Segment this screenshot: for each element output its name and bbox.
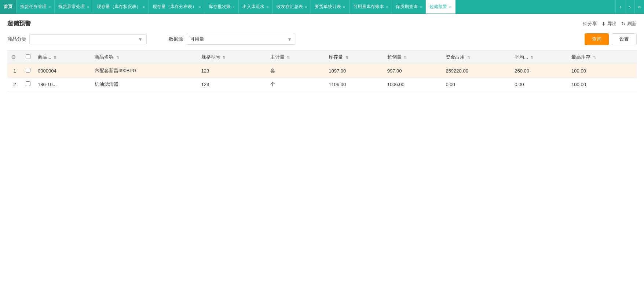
nav-arrows: ‹ › × (615, 0, 644, 14)
sort-icon-max-stock: ⇅ (593, 55, 596, 59)
datasource-filter-select[interactable]: 可用量 ▼ (186, 34, 296, 45)
export-icon: ⬇ (601, 21, 606, 27)
th-capital[interactable]: 资金占用 ⇅ (442, 51, 511, 64)
nav-item-batch[interactable]: 库存批次账 × (205, 0, 239, 14)
nav-item-quality[interactable]: 保质期查询 × (392, 0, 426, 14)
close-batch[interactable]: × (233, 5, 235, 9)
datasource-filter-value: 可用量 (190, 36, 204, 42)
close-quality[interactable]: × (420, 5, 422, 9)
filter-bar: 商品分类 ▼ 数据源 可用量 ▼ 查询 设置 (7, 33, 637, 45)
refresh-icon: ↻ (621, 21, 626, 27)
category-filter-value (33, 37, 35, 42)
data-table: ⚙ 商品... ⇅ 商品名称 ⇅ 规格型号 ⇅ 主计量 (7, 50, 637, 91)
export-label: 导出 (607, 21, 617, 27)
share-action[interactable]: ⎘ 分享 (583, 21, 597, 27)
nav-item-flow[interactable]: 出入库流水 × (239, 0, 272, 14)
nav-arrow-close[interactable]: × (634, 0, 644, 14)
nav-label-quality: 保质期查询 (396, 4, 418, 10)
th-settings: ⚙ (7, 51, 22, 64)
cell-capital: 0.00 (442, 78, 511, 91)
select-all-checkbox[interactable] (26, 54, 30, 59)
nav-item-collect[interactable]: 收发存汇总表 × (273, 0, 311, 14)
close-available[interactable]: × (386, 5, 388, 9)
share-label: 分享 (588, 21, 597, 27)
cell-max-stock: 100.00 (568, 64, 637, 78)
top-nav: 首页 拣货任务管理 × 拣货异常处理 × 现存量（库存状况表） × 现存量（库存… (0, 0, 644, 14)
nav-label-collect: 收发存汇总表 (277, 4, 303, 10)
sort-icon-stock: ⇅ (345, 55, 348, 59)
table-header-row: ⚙ 商品... ⇅ 商品名称 ⇅ 规格型号 ⇅ 主计量 (7, 51, 637, 64)
th-max-stock[interactable]: 最高库存 ⇅ (568, 51, 637, 64)
datasource-dropdown-arrow: ▼ (287, 37, 292, 42)
nav-item-home[interactable]: 首页 (0, 0, 17, 14)
nav-label-task-mgmt: 拣货任务管理 (20, 4, 47, 10)
close-overstock[interactable]: × (449, 5, 451, 9)
close-stock-dist[interactable]: × (198, 5, 201, 9)
page-header: 超储预警 ⎘ 分享 ⬇ 导出 ↻ 刷新 (7, 20, 637, 27)
query-button[interactable]: 查询 (585, 33, 609, 45)
th-capital-label: 资金占用 (446, 54, 465, 60)
th-unit-label: 主计量 (270, 54, 285, 60)
nav-label-abnormal: 拣货异常处理 (58, 4, 85, 10)
nav-item-available[interactable]: 可用量库存账本 × (350, 0, 392, 14)
datasource-filter-label: 数据源 (169, 36, 183, 42)
th-stock[interactable]: 库存量 ⇅ (325, 51, 384, 64)
nav-item-order-stat[interactable]: 要货单统计表 × (311, 0, 349, 14)
category-filter-select[interactable]: ▼ (29, 34, 147, 44)
cell-over-stock: 1006.00 (384, 78, 442, 91)
close-abnormal[interactable]: × (87, 5, 89, 9)
row-checkbox-cell (22, 78, 34, 91)
th-unit[interactable]: 主计量 ⇅ (267, 51, 325, 64)
cell-product-code: 186-10... (34, 78, 91, 91)
nav-item-stock-status[interactable]: 现存量（库存状况表） × (93, 0, 149, 14)
cell-product-name: 六配套新昌490BPG (91, 64, 198, 78)
nav-item-abnormal[interactable]: 拣货异常处理 × (55, 0, 93, 14)
row-num: 1 (7, 64, 22, 78)
close-stock-status[interactable]: × (143, 5, 145, 9)
close-task-mgmt[interactable]: × (48, 5, 51, 9)
nav-label-order-stat: 要货单统计表 (315, 4, 341, 10)
nav-arrow-left[interactable]: ‹ (615, 0, 625, 14)
th-product-name-label: 商品名称 (95, 54, 114, 60)
nav-item-overstock[interactable]: 超储预警 × (426, 0, 455, 14)
export-action[interactable]: ⬇ 导出 (601, 21, 617, 27)
th-over-stock[interactable]: 超储量 ⇅ (384, 51, 442, 64)
cell-product-code: 0000004 (34, 64, 91, 78)
row-num: 2 (7, 78, 22, 91)
nav-label-flow: 出入库流水 (242, 4, 264, 10)
nav-arrow-right[interactable]: › (625, 0, 634, 14)
category-filter-label: 商品分类 (7, 36, 26, 42)
sort-icon-capital: ⇅ (467, 55, 470, 59)
settings-gear-icon[interactable]: ⚙ (11, 54, 16, 60)
th-avg[interactable]: 平均... ⇅ (511, 51, 568, 64)
cell-max-stock: 100.00 (568, 78, 637, 91)
close-flow[interactable]: × (266, 5, 268, 9)
th-max-stock-label: 最高库存 (571, 54, 590, 60)
settings-button[interactable]: 设置 (612, 33, 637, 45)
cell-spec: 123 (198, 78, 267, 91)
nav-item-stock-dist[interactable]: 现存量（库存分布表） × (149, 0, 205, 14)
cell-avg: 260.00 (511, 64, 568, 78)
close-collect[interactable]: × (305, 5, 307, 9)
sort-icon-product-code: ⇅ (54, 55, 56, 59)
share-icon: ⎘ (583, 21, 586, 27)
category-filter-group: 商品分类 ▼ (7, 34, 147, 44)
sort-icon-avg: ⇅ (531, 55, 534, 59)
cell-capital: 259220.00 (442, 64, 511, 78)
th-spec-label: 规格型号 (201, 54, 220, 60)
cell-unit: 个 (267, 78, 325, 91)
close-order-stat[interactable]: × (343, 5, 345, 9)
th-product-code[interactable]: 商品... ⇅ (34, 51, 91, 64)
th-checkbox (22, 51, 34, 64)
th-product-name[interactable]: 商品名称 ⇅ (91, 51, 198, 64)
refresh-action[interactable]: ↻ 刷新 (621, 21, 637, 27)
page-title: 超储预警 (7, 20, 31, 27)
page-content: 超储预警 ⎘ 分享 ⬇ 导出 ↻ 刷新 商品分类 ▼ 数据源 (0, 14, 644, 293)
nav-label-overstock: 超储预警 (429, 4, 447, 10)
row-checkbox[interactable] (26, 81, 30, 86)
th-spec[interactable]: 规格型号 ⇅ (198, 51, 267, 64)
nav-item-task-mgmt[interactable]: 拣货任务管理 × (17, 0, 55, 14)
nav-label-available: 可用量库存账本 (353, 4, 384, 10)
table-row: 1 0000004 六配套新昌490BPG 123 套 1097.00 997.… (7, 64, 637, 78)
row-checkbox[interactable] (26, 68, 30, 73)
